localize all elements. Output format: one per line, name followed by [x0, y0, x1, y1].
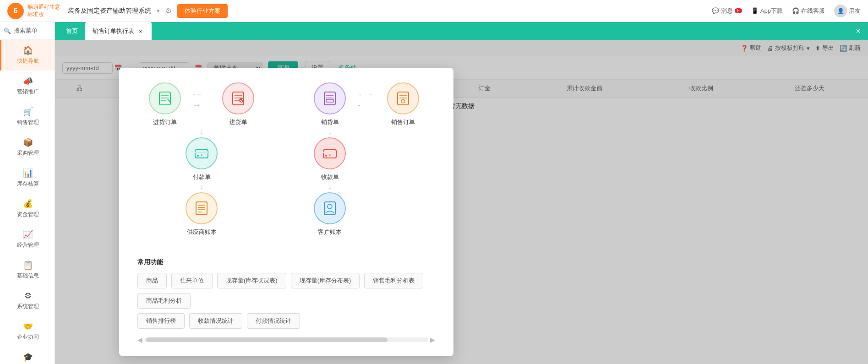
sidebar-item-base-info[interactable]: 📋 基础信息 [0, 255, 55, 285]
enterprise-icon: 🤝 [23, 321, 33, 331]
func-btn-5[interactable]: 商品毛利分析 [137, 293, 191, 309]
sidebar-item-sales[interactable]: 🛒 销售管理 [0, 101, 55, 132]
svg-rect-25 [196, 202, 207, 215]
arrow-v2: ↓ [328, 128, 332, 136]
marketing-icon: 📣 [23, 76, 33, 86]
quick-nav-icon: 🏠 [23, 45, 33, 55]
dropdown-icon[interactable]: ▾ [157, 7, 160, 14]
system-icon: ⚙ [24, 291, 32, 301]
flow-node-jinhuo-dd[interactable]: 进货订单 [149, 82, 181, 126]
logo-area: 6 畅康通好生意 标准版 [7, 3, 62, 19]
svg-rect-9 [324, 92, 335, 105]
func-btn-6[interactable]: 销售排行榜 [137, 313, 185, 329]
online-service-action[interactable]: 🎧 在线客服 [792, 7, 825, 15]
operations-icon: 📈 [23, 229, 33, 239]
common-functions-list: 商品 往来单位 现存量(库存状况表) 现存量(库存分布表) 销售毛利分析表 商品… [137, 273, 435, 309]
svg-text:¥: ¥ [328, 153, 331, 157]
flow-node-fukuan[interactable]: ¥ 付款单 [186, 137, 218, 181]
arrow-v1: ↓ [200, 128, 203, 136]
top-bar: 6 畅康通好生意 标准版 装备及固定资产辅助管理系统 ▾ ⚙ 体验行业方案 💬 … [0, 0, 868, 22]
common-functions-title: 常用功能 [137, 258, 435, 266]
scroll-thumb [146, 337, 388, 342]
scroll-right-btn[interactable]: ▶ [430, 336, 435, 343]
scroll-track[interactable] [144, 337, 428, 342]
modal-scrollbar: ◀ ▶ [137, 336, 435, 343]
experience-btn[interactable]: 体验行业方案 [177, 4, 228, 18]
common-functions-section: 常用功能 商品 往来单位 现存量(库存状况表) 现存量(库存分布表) 销售毛利分… [137, 258, 435, 329]
flow-node-gongyingshang[interactable]: 供应商账本 [186, 192, 218, 236]
sidebar-item-quick-nav[interactable]: 🏠 快捷导航 [0, 40, 55, 71]
flow-node-jinhuo[interactable]: 进货单 [222, 82, 254, 126]
sidebar-item-newcomer[interactable]: 🎓 新手引导 [0, 347, 55, 364]
phone-icon: 📱 [751, 7, 759, 14]
common-functions-list-2: 销售排行榜 收款情况统计 付款情况统计 [137, 313, 435, 329]
page-area: 首页 销售订单执行表 × × ❓ 帮助 🖨 按 [55, 22, 868, 364]
func-btn-1[interactable]: 往来单位 [171, 273, 213, 288]
svg-point-16 [401, 99, 405, 103]
top-bar-right: 💬 消息 6 📱 App下载 🎧 在线客服 👤 用友 [712, 5, 861, 17]
arrow-h2: ← - - [357, 89, 376, 110]
arrow-v4: ↓ [328, 183, 332, 191]
flow-node-xiaoshou-dd[interactable]: 销售订单 [387, 82, 419, 126]
sidebar-search[interactable]: 🔍 搜索菜单 [0, 22, 55, 40]
system-title: 装备及固定资产辅助管理系统 [68, 7, 151, 15]
message-action[interactable]: 💬 消息 6 [712, 7, 742, 15]
svg-rect-0 [159, 92, 170, 105]
func-btn-0[interactable]: 商品 [137, 273, 167, 288]
svg-point-19 [197, 155, 199, 157]
message-icon: 💬 [712, 7, 719, 14]
tab-home[interactable]: 首页 [59, 22, 85, 40]
func-btn-7[interactable]: 收款情况统计 [189, 313, 242, 329]
sidebar-item-operations[interactable]: 📈 经营管理 [0, 224, 55, 255]
sidebar-item-enterprise[interactable]: 🤝 企业协同 [0, 316, 55, 347]
search-icon: 🔍 [4, 27, 11, 34]
app-download-action[interactable]: 📱 App下载 [751, 7, 783, 15]
content-area: 🔍 搜索菜单 🏠 快捷导航 📣 营销推广 🛒 销售管理 📦 采购管理 📊 [0, 22, 868, 364]
flow-node-shoukuan[interactable]: ¥ 收款单 [314, 137, 346, 181]
tab-sales-order-exec[interactable]: 销售订单执行表 × [85, 22, 152, 40]
flow-diagram: 进货订单 - - → 进货单 [137, 82, 435, 247]
func-btn-3[interactable]: 现存量(库存分布表) [291, 273, 360, 288]
tab-bar: 首页 销售订单执行表 × × [55, 22, 868, 40]
svg-rect-12 [326, 99, 333, 102]
base-info-icon: 📋 [23, 260, 33, 270]
sidebar-item-system[interactable]: ⚙ 系统管理 [0, 285, 55, 316]
svg-point-31 [328, 204, 332, 209]
inventory-icon: 📊 [23, 168, 33, 178]
sales-icon: 🛒 [23, 107, 33, 117]
user-action[interactable]: 👤 用友 [834, 5, 861, 17]
func-btn-8[interactable]: 付款情况统计 [247, 313, 300, 329]
main-content: ❓ 帮助 🖨 按模板打印 ▾ ⬆ 导出 🔄 刷新 [55, 40, 868, 364]
purchase-icon: 📦 [23, 137, 33, 147]
logo-icon: 6 [7, 3, 24, 19]
scroll-left-btn[interactable]: ◀ [137, 336, 142, 343]
logo-text: 畅康通好生意 标准版 [27, 4, 60, 18]
sidebar: 🔍 搜索菜单 🏠 快捷导航 📣 营销推广 🛒 销售管理 📦 采购管理 📊 [0, 22, 55, 364]
window-close-btn[interactable]: × [852, 27, 864, 36]
message-badge: 6 [735, 8, 742, 13]
top-bar-left: 6 畅康通好生意 标准版 装备及固定资产辅助管理系统 ▾ ⚙ 体验行业方案 [7, 3, 228, 19]
newcomer-icon: 🎓 [23, 352, 33, 362]
sidebar-item-finance[interactable]: 💰 资金管理 [0, 193, 55, 224]
svg-text:¥: ¥ [200, 153, 203, 157]
headset-icon: 🎧 [792, 7, 799, 14]
modal-overlay: 进货订单 - - → 进货单 [55, 40, 868, 364]
sidebar-item-purchase[interactable]: 📦 采购管理 [0, 132, 55, 163]
tab-close-btn[interactable]: × [137, 27, 144, 35]
svg-point-23 [325, 155, 327, 157]
func-btn-2[interactable]: 现存量(库存状况表) [217, 273, 286, 288]
modal-box: 进货订单 - - → 进货单 [119, 68, 453, 356]
flow-node-xiaohuo[interactable]: 销货单 [314, 82, 346, 126]
avatar: 👤 [834, 5, 847, 17]
finance-icon: 💰 [23, 199, 33, 209]
sidebar-item-marketing[interactable]: 📣 营销推广 [0, 71, 55, 101]
arrow-v3: ↓ [200, 183, 203, 191]
func-btn-4[interactable]: 销售毛利分析表 [364, 273, 423, 288]
arrow-h1: - - → [192, 89, 211, 110]
settings-icon[interactable]: ⚙ [165, 6, 172, 15]
sidebar-item-inventory[interactable]: 📊 库存核算 [0, 163, 55, 193]
flow-node-kehu[interactable]: 客户账本 [314, 192, 346, 236]
